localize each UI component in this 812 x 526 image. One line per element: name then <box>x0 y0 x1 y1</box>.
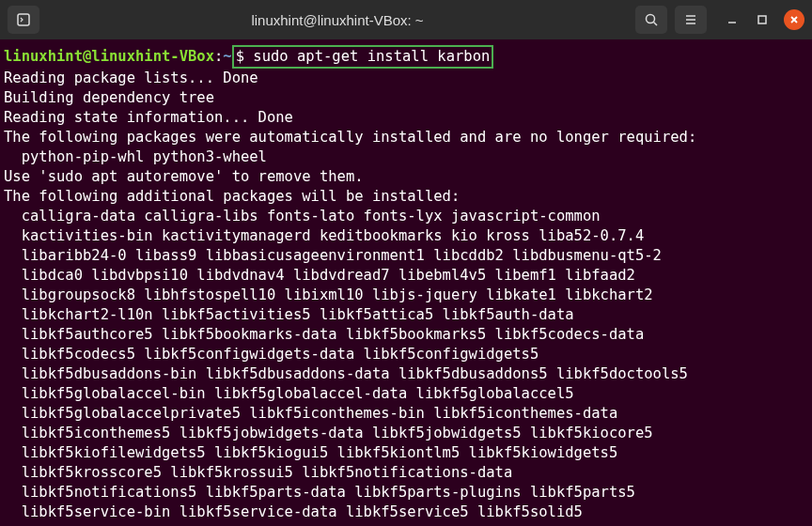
minimize-icon <box>726 14 738 25</box>
output-line: libaribb24-0 libass9 libbasicusageenviro… <box>4 246 808 266</box>
maximize-icon <box>757 14 768 25</box>
output-line: libkf5service-bin libkf5service-data lib… <box>4 503 808 522</box>
output-line: libkf5notifications5 libkf5parts-data li… <box>4 483 808 503</box>
output-line: libkf5authcore5 libkf5bookmarks-data lib… <box>4 325 808 345</box>
output-line: libgroupsock8 libhfstospell10 libixml10 … <box>4 286 808 305</box>
output-line: Reading package lists... Done <box>4 69 808 88</box>
maximize-button[interactable] <box>754 11 771 28</box>
search-button[interactable] <box>635 6 667 34</box>
titlebar-right <box>635 6 804 34</box>
output-line: libkf5iconthemes5 libkf5jobwidgets-data … <box>4 424 808 443</box>
terminal-icon <box>16 12 31 27</box>
svg-rect-7 <box>758 16 766 23</box>
search-icon <box>644 12 659 27</box>
output-line: calligra-data calligra-libs fonts-lato f… <box>4 207 808 226</box>
output-line: The following additional packages will b… <box>4 187 808 207</box>
output-line: Use 'sudo apt autoremove' to remove them… <box>4 167 808 187</box>
prompt-dollar: $ <box>236 48 244 65</box>
prompt-user-host: linuxhint@linuxhint-VBox <box>4 48 214 65</box>
output-line: libkf5kiofilewidgets5 libkf5kiogui5 libk… <box>4 443 808 463</box>
output-line: libkf5krosscore5 libkf5krossui5 libkf5no… <box>4 463 808 483</box>
command-text: sudo apt-get install karbon <box>253 48 490 65</box>
command-highlight: $ sudo apt-get install karbon <box>232 45 494 69</box>
prompt-path: ~ <box>223 48 231 65</box>
output-line: libdca0 libdvbpsi10 libdvdnav4 libdvdrea… <box>4 266 808 286</box>
titlebar: linuxhint@linuxhint-VBox: ~ <box>0 0 812 39</box>
terminal-output: Reading package lists... DoneBuilding de… <box>4 69 808 522</box>
output-line: libkf5codecs5 libkf5configwidgets-data l… <box>4 345 808 364</box>
svg-line-2 <box>654 23 658 26</box>
terminal-content[interactable]: linuxhint@linuxhint-VBox:~$ sudo apt-get… <box>0 39 812 526</box>
output-line: kactivities-bin kactivitymanagerd keditb… <box>4 226 808 246</box>
output-line: libkf5globalaccelprivate5 libkf5iconthem… <box>4 404 808 424</box>
output-line: libkchart2-l10n libkf5activities5 libkf5… <box>4 305 808 325</box>
close-button[interactable] <box>784 9 804 30</box>
window-title: linuxhint@linuxhint-VBox: ~ <box>251 12 423 28</box>
minimize-button[interactable] <box>724 11 741 28</box>
new-tab-button[interactable] <box>8 6 39 34</box>
prompt-colon: : <box>214 48 223 65</box>
output-line: The following packages were automaticall… <box>4 128 808 147</box>
svg-point-1 <box>647 15 655 23</box>
hamburger-icon <box>683 12 698 27</box>
titlebar-center: linuxhint@linuxhint-VBox: ~ <box>47 12 628 28</box>
output-line: python-pip-whl python3-wheel <box>4 147 808 167</box>
output-line: libkf5globalaccel-bin libkf5globalaccel-… <box>4 384 808 404</box>
svg-rect-0 <box>18 14 29 25</box>
output-line: Reading state information... Done <box>4 108 808 128</box>
output-line: Building dependency tree <box>4 88 808 108</box>
titlebar-left <box>8 6 39 34</box>
output-line: libkf5dbusaddons-bin libkf5dbusaddons-da… <box>4 364 808 384</box>
menu-button[interactable] <box>675 6 707 34</box>
window-controls <box>724 9 804 30</box>
close-icon <box>789 15 799 24</box>
